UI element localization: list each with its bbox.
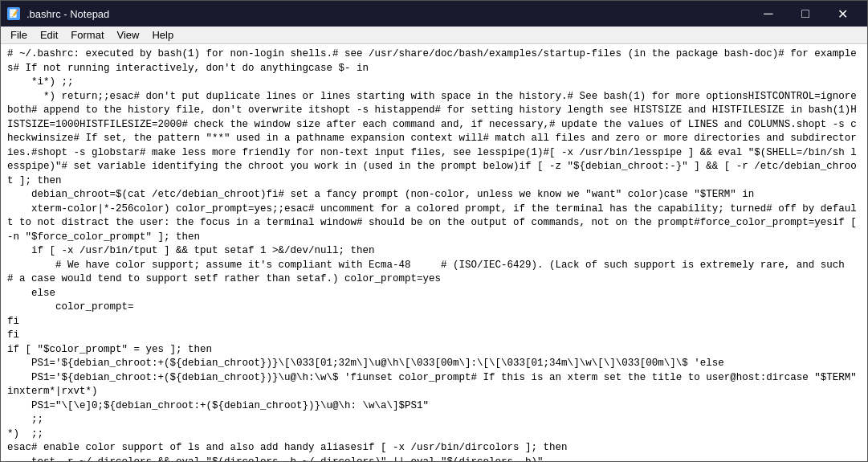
notepad-icon-char: 📝 [9,9,18,18]
main-window: 📝 .bashrc - Notepad ─ □ ✕ File Edit Form… [0,0,868,462]
close-button[interactable]: ✕ [824,1,861,27]
maximize-button[interactable]: □ [787,1,824,27]
menu-help[interactable]: Help [145,27,180,43]
text-editor-area[interactable]: # ~/.bashrc: executed by bash(1) for non… [1,44,867,461]
notepad-icon: 📝 [7,7,20,20]
menu-bar: File Edit Format View Help [1,27,867,44]
file-content: # ~/.bashrc: executed by bash(1) for non… [7,47,861,461]
title-bar: 📝 .bashrc - Notepad ─ □ ✕ [1,1,867,27]
menu-file[interactable]: File [4,27,34,43]
menu-format[interactable]: Format [64,27,110,43]
minimize-button[interactable]: ─ [750,1,787,27]
menu-view[interactable]: View [111,27,146,43]
window-title: .bashrc - Notepad [26,8,109,20]
menu-edit[interactable]: Edit [34,27,64,43]
title-bar-left: 📝 .bashrc - Notepad [7,7,109,20]
window-controls: ─ □ ✕ [750,1,861,27]
